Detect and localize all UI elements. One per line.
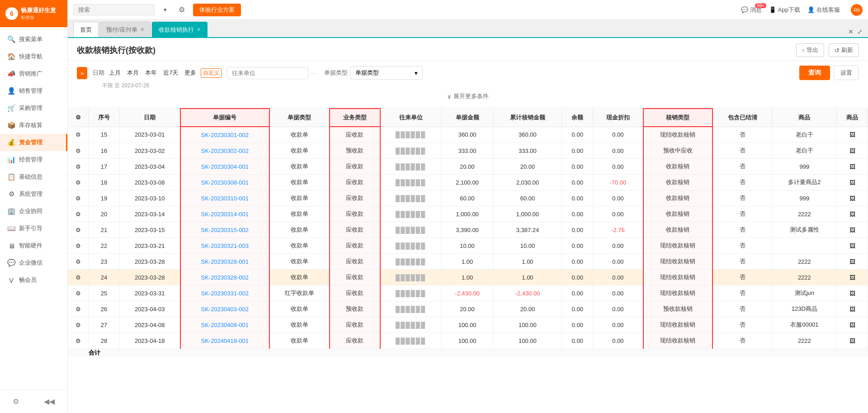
cell-settings[interactable]: ⚙ <box>68 190 89 206</box>
cell-settings[interactable]: ⚙ <box>68 143 89 159</box>
date-opt-3[interactable]: 近7天 <box>161 68 180 78</box>
sidebar-item-enterprise[interactable]: 🏢企业协同 <box>0 203 67 220</box>
app-download-btn[interactable]: 📱 App下载 <box>769 6 800 14</box>
topbar-search-box[interactable] <box>73 4 155 15</box>
cell-doc_no[interactable]: SK-20230321-003 <box>180 238 269 254</box>
cell-doc_no[interactable]: SK-20230315-002 <box>180 222 269 238</box>
date-opt-4[interactable]: 更多 <box>183 68 198 78</box>
user-avatar[interactable]: Rit <box>851 4 863 16</box>
sidebar-item-sales[interactable]: 👤销售管理 <box>0 82 67 100</box>
doc-link-19[interactable]: SK-20230310-001 <box>201 195 249 202</box>
cell-partner: ██████ <box>380 285 441 301</box>
sidebar-item-hardware[interactable]: 🖥智能硬件 <box>0 237 67 254</box>
cell-doc_no[interactable]: SK-20230314-001 <box>180 206 269 222</box>
partner-input[interactable] <box>227 67 308 79</box>
topbar-gear-icon[interactable]: ⚙ <box>176 5 188 14</box>
cell-no: 23 <box>89 254 120 270</box>
cell-doc_no[interactable]: SK-20230328-001 <box>180 254 269 270</box>
cell-doc_no[interactable]: SK-20230301-002 <box>180 127 269 143</box>
cell-doc_type: 收款单 <box>269 127 330 143</box>
cell-settings[interactable]: ⚙ <box>68 270 89 285</box>
cell-doc_no[interactable]: SK-20230310-001 <box>180 190 269 206</box>
sidebar-item-operations[interactable]: 📊经营管理 <box>0 151 67 168</box>
date-opt-2[interactable]: 本年 <box>143 68 159 78</box>
doc-link-24[interactable]: SK-20230328-002 <box>201 274 249 281</box>
footer-cell-date <box>119 349 180 357</box>
cell-no: 28 <box>89 333 120 349</box>
sidebar-item-system[interactable]: ⚙系统管理 <box>0 185 67 203</box>
cell-doc_no[interactable]: SK-20230403-002 <box>180 301 269 317</box>
doc-link-26[interactable]: SK-20230403-002 <box>201 306 249 313</box>
cell-settings[interactable]: ⚙ <box>68 333 89 349</box>
table-row: ⚙282023-04-18SK-20240418-001收款单应收款██████… <box>68 333 868 349</box>
sidebar-item-search[interactable]: 🔍搜索菜单 <box>0 31 67 48</box>
tab-payable[interactable]: 预付/应付单✕ <box>99 22 151 37</box>
cell-partner: ██████ <box>380 159 441 175</box>
sidebar-item-finance[interactable]: 💰资金管理 <box>0 134 67 151</box>
cell-doc_no[interactable]: SK-20230308-001 <box>180 175 269 190</box>
cell-settings[interactable]: ⚙ <box>68 254 89 270</box>
cell-settings[interactable]: ⚙ <box>68 159 89 175</box>
doc-link-28[interactable]: SK-20240418-001 <box>201 337 249 344</box>
doc-link-27[interactable]: SK-20230408-001 <box>201 322 249 328</box>
doc-link-22[interactable]: SK-20230321-003 <box>201 242 249 249</box>
sidebar-item-basic[interactable]: 📋基础信息 <box>0 168 67 185</box>
page-title: 收款核销执行(按收款) <box>77 45 156 56</box>
doc-link-18[interactable]: SK-20230308-001 <box>201 179 249 186</box>
tab-close-collection[interactable]: ✕ <box>197 27 201 33</box>
sidebar-item-member[interactable]: V畅会员 <box>0 271 67 289</box>
sidebar-item-purchase[interactable]: 🛒采购管理 <box>0 100 67 117</box>
filter-expand-more[interactable]: ∨ 展开更多条件 <box>77 90 859 103</box>
cell-settings[interactable]: ⚙ <box>68 206 89 222</box>
cell-settings[interactable]: ⚙ <box>68 285 89 301</box>
cell-include_settled: 否 <box>712 301 772 317</box>
export-btn[interactable]: ↑ 导出 <box>796 43 825 57</box>
cell-doc_no[interactable]: SK-20230304-001 <box>180 159 269 175</box>
date-opt-1[interactable]: 本月 <box>125 68 141 78</box>
sidebar-item-guide[interactable]: 📖新手引导 <box>0 220 67 237</box>
filter-settings-btn[interactable]: 设置 <box>834 66 859 80</box>
tab-collection[interactable]: 收款核销执行✕ <box>152 22 208 37</box>
cell-doc_no[interactable]: SK-20230328-002 <box>180 270 269 285</box>
doc-link-20[interactable]: SK-20230314-001 <box>201 211 249 218</box>
cell-doc_no[interactable]: SK-20230408-001 <box>180 317 269 333</box>
cell-discount: 0.00 <box>593 159 643 175</box>
doc-link-25[interactable]: SK-20230331-002 <box>201 290 249 297</box>
collapse-sidebar-btn[interactable]: ◀◀ <box>40 394 58 409</box>
cell-doc_no[interactable]: SK-20240418-001 <box>180 333 269 349</box>
filter-expand-btn[interactable]: » <box>77 67 87 79</box>
cell-settings[interactable]: ⚙ <box>68 301 89 317</box>
tab-home[interactable]: 首页 <box>73 22 99 37</box>
tab-close-payable[interactable]: ✕ <box>140 27 144 33</box>
window-close-icon[interactable]: ✕ <box>848 28 854 35</box>
window-expand-icon[interactable]: ⤢ <box>857 28 863 35</box>
filter-doctype-select[interactable]: 单据类型 ▾ <box>350 66 423 80</box>
messages-btn[interactable]: 💬 消息 99+ <box>741 6 762 14</box>
query-btn[interactable]: 查询 <box>799 66 830 80</box>
doc-link-23[interactable]: SK-20230328-001 <box>201 258 249 265</box>
cell-settings[interactable]: ⚙ <box>68 127 89 143</box>
cell-doc_no[interactable]: SK-20230302-002 <box>180 143 269 159</box>
cell-settings[interactable]: ⚙ <box>68 175 89 190</box>
date-opt-0[interactable]: 上月 <box>107 68 123 78</box>
cell-settings[interactable]: ⚙ <box>68 222 89 238</box>
cell-settings[interactable]: ⚙ <box>68 238 89 254</box>
solution-btn[interactable]: 体验行业方案 <box>193 4 241 16</box>
topbar-dropdown[interactable]: ▾ <box>160 6 170 13</box>
doc-link-16[interactable]: SK-20230302-002 <box>201 147 249 154</box>
date-opt-custom[interactable]: 自定义 <box>201 68 222 78</box>
sidebar-item-quicknav[interactable]: 🏠快捷导航 <box>0 48 67 65</box>
search-input[interactable] <box>78 6 150 13</box>
online-service-btn[interactable]: 👤 在线客服 <box>807 6 840 14</box>
cell-doc_no[interactable]: SK-20230331-002 <box>180 285 269 301</box>
doc-link-21[interactable]: SK-20230315-002 <box>201 227 249 233</box>
sidebar-item-wechat[interactable]: 💬企业微信 <box>0 254 67 271</box>
settings-footer-btn[interactable]: ⚙ <box>9 394 23 409</box>
cell-settings[interactable]: ⚙ <box>68 317 89 333</box>
refresh-btn[interactable]: ↺ 刷新 <box>829 43 859 57</box>
doc-link-15[interactable]: SK-20230301-002 <box>201 132 249 138</box>
doc-link-17[interactable]: SK-20230304-001 <box>201 163 249 170</box>
sidebar-item-marketing[interactable]: 📣营销推广 <box>0 65 67 82</box>
cell-amount: 60.00 <box>441 190 493 206</box>
sidebar-item-inventory[interactable]: 📦库存核算 <box>0 117 67 134</box>
